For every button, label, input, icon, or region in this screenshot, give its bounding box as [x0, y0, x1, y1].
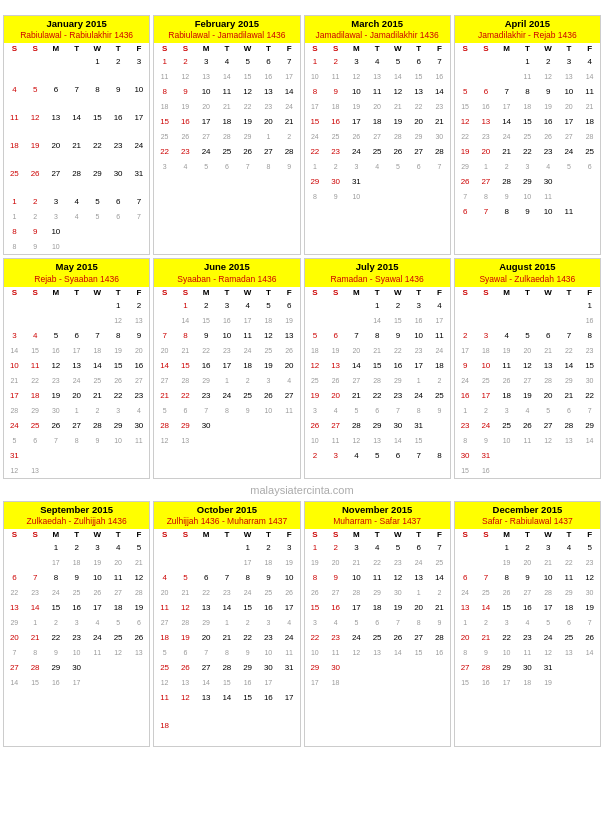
hijri-cell: 23: [429, 99, 450, 114]
cal-cell: 18: [559, 600, 580, 615]
hijri-cell: 28: [538, 373, 559, 388]
cal-cell: 1: [496, 540, 517, 555]
cal-cell: 18: [154, 718, 175, 733]
day-header: T: [108, 43, 129, 54]
hijri-cell: 7: [388, 403, 409, 418]
hijri-cell: 27: [129, 373, 150, 388]
cal-cell: 6: [66, 328, 87, 343]
cal-cell: 8: [46, 570, 67, 585]
hijri-cell: 15: [455, 675, 476, 690]
hijri-cell: 6: [367, 403, 388, 418]
month-block: January 2015Rabiulawal - Rabiulakhir 143…: [3, 15, 150, 255]
hijri-cell: 26: [305, 585, 326, 600]
cal-cell: 12: [579, 570, 600, 585]
hijri-cell: 27: [108, 585, 129, 600]
cal-cell: 30: [538, 174, 559, 189]
hijri-cell: 24: [46, 585, 67, 600]
hijri-cell: 9: [429, 403, 450, 418]
cal-cell: 27: [476, 174, 497, 189]
day-header: T: [108, 529, 129, 540]
cal-cell: 9: [25, 224, 46, 239]
hijri-cell: 3: [305, 403, 326, 418]
cal-cell: 30: [325, 660, 346, 675]
cal-cell: 25: [496, 418, 517, 433]
day-header: T: [408, 287, 429, 298]
hijri-cell: 6: [25, 433, 46, 448]
cal-cell: 6: [455, 570, 476, 585]
month-block: June 2015Syaaban - Ramadan 1436SSMTWTF12…: [153, 258, 300, 478]
hijri-cell: 27: [559, 129, 580, 144]
cal-cell: 29: [108, 418, 129, 433]
hijri-cell: 11: [154, 69, 175, 84]
cal-cell: 17: [346, 600, 367, 615]
cal-cell: 1: [4, 194, 25, 209]
hijri-cell: 18: [517, 675, 538, 690]
hijri-cell: 2: [87, 403, 108, 418]
hijri-cell: 2: [429, 373, 450, 388]
month-name: November 2015: [306, 504, 449, 516]
cal-cell: 13: [4, 600, 25, 615]
hijri-cell: 20: [196, 99, 217, 114]
hijri-cell: 10: [66, 645, 87, 660]
hijri-cell: 20: [108, 555, 129, 570]
hijri-cell: 19: [496, 343, 517, 358]
cal-cell: 24: [559, 144, 580, 159]
hijri-cell: 27: [517, 373, 538, 388]
cal-cell: 30: [388, 418, 409, 433]
cal-cell: 25: [25, 418, 46, 433]
hijri-cell: 15: [455, 99, 476, 114]
hijri-cell: 12: [108, 313, 129, 328]
hijri-cell: 11: [325, 69, 346, 84]
hijri-cell: 3: [46, 209, 67, 224]
cal-cell: 16: [517, 600, 538, 615]
day-header: F: [429, 529, 450, 540]
hijri-cell: 15: [237, 69, 258, 84]
month-name: February 2015: [155, 18, 298, 30]
day-header: W: [87, 43, 108, 54]
cal-cell: 3: [87, 540, 108, 555]
cal-cell: 5: [388, 54, 409, 69]
cal-cell: 14: [217, 600, 238, 615]
hijri-cell: 3: [496, 403, 517, 418]
day-header: S: [154, 287, 175, 298]
cal-cell: 27: [196, 660, 217, 675]
hijri-cell: 8: [408, 403, 429, 418]
hijri-cell: 20: [325, 555, 346, 570]
cal-cell: 13: [279, 328, 300, 343]
cal-cell: 21: [87, 388, 108, 403]
hijri-cell: 28: [175, 373, 196, 388]
cal-cell: 9: [196, 328, 217, 343]
cal-cell: 29: [517, 174, 538, 189]
cal-cell: 27: [325, 418, 346, 433]
hijri-cell: 8: [258, 159, 279, 174]
cal-cell: 9: [538, 84, 559, 99]
cal-cell: 25: [367, 630, 388, 645]
cal-cell: 10: [4, 358, 25, 373]
cal-cell: 9: [455, 358, 476, 373]
cal-cell: 10: [346, 570, 367, 585]
cal-cell: 19: [175, 630, 196, 645]
day-header: F: [429, 43, 450, 54]
cal-cell: 8: [305, 570, 326, 585]
cal-cell: 10: [408, 328, 429, 343]
cal-cell: 24: [346, 144, 367, 159]
day-header: T: [66, 43, 87, 54]
hijri-cell: 18: [154, 99, 175, 114]
hijri-cell: 22: [4, 585, 25, 600]
cal-cell: 2: [108, 54, 129, 69]
day-header: F: [129, 43, 150, 54]
cal-cell: 5: [87, 194, 108, 209]
cal-cell: 30: [325, 174, 346, 189]
day-header: F: [279, 43, 300, 54]
hijri-cell: 17: [46, 555, 67, 570]
cal-cell: 4: [217, 54, 238, 69]
cal-cell: 14: [66, 110, 87, 125]
hijri-cell: 21: [175, 585, 196, 600]
hijri-cell: 11: [87, 645, 108, 660]
cal-cell: 9: [517, 570, 538, 585]
cal-cell: 29: [367, 418, 388, 433]
cal-cell: 8: [108, 328, 129, 343]
hijri-cell: 3: [154, 159, 175, 174]
hijri-cell: 6: [559, 403, 580, 418]
day-header: S: [455, 287, 476, 298]
